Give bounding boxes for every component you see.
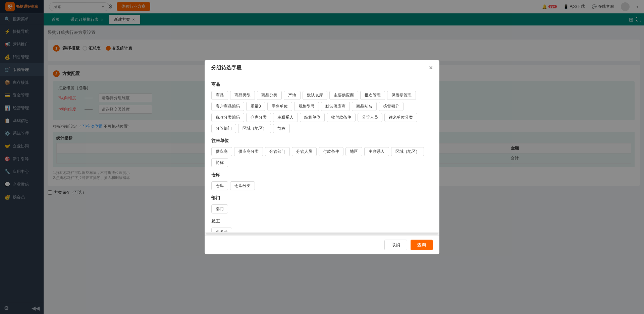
field-tag[interactable]: 规格型号 bbox=[294, 102, 319, 111]
field-tag[interactable]: 保质期管理 bbox=[387, 91, 416, 100]
field-tag[interactable]: 商品 bbox=[211, 91, 228, 100]
field-tag[interactable]: 重量3 bbox=[246, 102, 265, 111]
field-tag[interactable]: 默认供应商 bbox=[321, 102, 350, 111]
field-tag[interactable]: 仓库分类 bbox=[246, 113, 271, 122]
section-title-员工: 员工 bbox=[211, 218, 433, 224]
section-title-仓库: 仓库 bbox=[211, 172, 433, 178]
field-select-modal: 分组待选字段 × 商品商品商品类型商品分类产地默认仓库主要供应商批次管理保质期管… bbox=[205, 60, 439, 254]
field-tag[interactable]: 商品分类 bbox=[257, 91, 282, 100]
field-tag[interactable]: 供应商 bbox=[211, 147, 232, 156]
field-tag[interactable]: 客户商品编码 bbox=[211, 102, 244, 111]
cancel-button[interactable]: 取消 bbox=[384, 240, 407, 250]
field-tag[interactable]: 仓库分类 bbox=[230, 181, 255, 190]
field-tag[interactable]: 拣货积分 bbox=[379, 102, 404, 111]
field-tag[interactable]: 简称 bbox=[211, 158, 228, 167]
modal-close-button[interactable]: × bbox=[429, 65, 433, 71]
modal-header: 分组待选字段 × bbox=[205, 60, 439, 76]
field-tag[interactable]: 商品别名 bbox=[352, 102, 377, 111]
field-tag[interactable]: 分管人员 bbox=[358, 113, 382, 122]
hscroll-track bbox=[206, 233, 438, 235]
field-tag[interactable]: 结算单位 bbox=[300, 113, 325, 122]
field-tags-商品: 商品商品类型商品分类产地默认仓库主要供应商批次管理保质期管理客户商品编码重量3零… bbox=[211, 91, 433, 133]
field-tag[interactable]: 仓库 bbox=[211, 181, 228, 190]
field-tag[interactable]: 零售单位 bbox=[267, 102, 292, 111]
field-tag[interactable]: 供应商分类 bbox=[234, 147, 263, 156]
field-tags-员工: 业务员 bbox=[211, 228, 433, 232]
field-tag[interactable]: 分管人员 bbox=[292, 147, 317, 156]
modal-body[interactable]: 商品商品商品类型商品分类产地默认仓库主要供应商批次管理保质期管理客户商品编码重量… bbox=[205, 76, 439, 232]
modal-title: 分组待选字段 bbox=[211, 65, 241, 71]
section-title-商品: 商品 bbox=[211, 81, 433, 87]
field-tag[interactable]: 业务员 bbox=[211, 228, 232, 232]
field-tag[interactable]: 分管部门 bbox=[211, 124, 236, 133]
field-tag[interactable]: 付款条件 bbox=[319, 147, 343, 156]
field-tags-往来单位: 供应商供应商分类分管部门分管人员付款条件地区主联系人区域（地区）简称 bbox=[211, 147, 433, 167]
field-tag[interactable]: 商品类型 bbox=[230, 91, 255, 100]
field-tag[interactable]: 区域（地区） bbox=[238, 124, 271, 133]
field-tag[interactable]: 主联系人 bbox=[364, 147, 389, 156]
field-tag[interactable]: 简称 bbox=[273, 124, 290, 133]
field-tags-部门: 部门 bbox=[211, 204, 433, 213]
field-tag[interactable]: 主联系人 bbox=[273, 113, 298, 122]
field-tag[interactable]: 部门 bbox=[211, 204, 228, 213]
confirm-button[interactable]: 查询 bbox=[411, 240, 433, 250]
field-tags-仓库: 仓库仓库分类 bbox=[211, 181, 433, 190]
field-tag[interactable]: 往来单位分类 bbox=[384, 113, 417, 122]
field-tag[interactable]: 批次管理 bbox=[360, 91, 385, 100]
modal-footer: 取消 查询 bbox=[205, 235, 439, 254]
modal-hscroll[interactable] bbox=[205, 232, 439, 235]
section-title-往来单位: 往来单位 bbox=[211, 138, 433, 144]
field-tag[interactable]: 默认仓库 bbox=[303, 91, 327, 100]
field-tag[interactable]: 税收分类编码 bbox=[211, 113, 244, 122]
field-tag[interactable]: 地区 bbox=[345, 147, 362, 156]
field-tag[interactable]: 产地 bbox=[284, 91, 301, 100]
field-tag[interactable]: 分管部门 bbox=[265, 147, 290, 156]
field-tag[interactable]: 区域（地区） bbox=[391, 147, 424, 156]
section-title-部门: 部门 bbox=[211, 195, 433, 201]
field-tag[interactable]: 收付款条件 bbox=[327, 113, 356, 122]
field-tag[interactable]: 主要供应商 bbox=[329, 91, 358, 100]
